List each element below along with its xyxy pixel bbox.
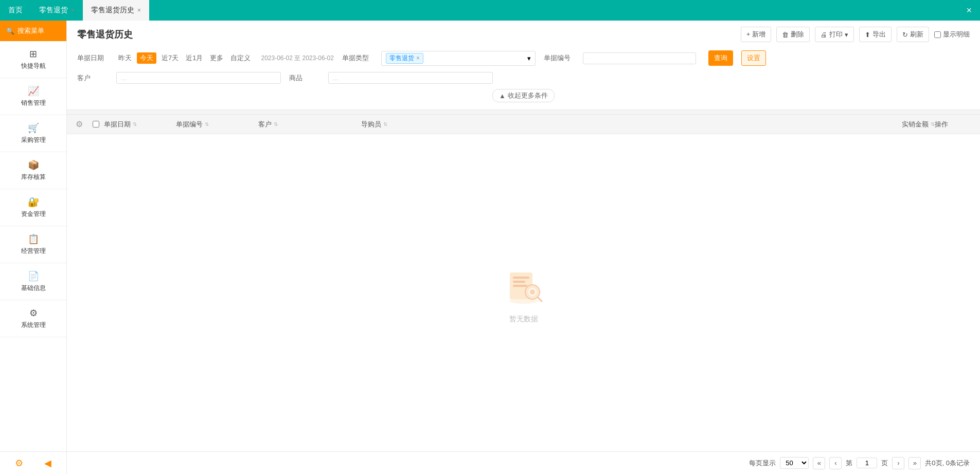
page-size-label: 每页显示 xyxy=(749,459,776,468)
pagination: 每页显示 20 50 100 « ‹ 第 页 › » 共0页, 0条记录 xyxy=(67,451,980,474)
sidebar-item-shortcuts-label: 快捷导航 xyxy=(21,62,46,70)
page-next-button[interactable]: › xyxy=(892,457,904,469)
client-filter-select[interactable]: ... xyxy=(116,72,281,84)
date-options: 昨天 今天 近7天 近1月 更多 自定义 xyxy=(116,52,253,64)
goods-placeholder: ... xyxy=(333,74,338,82)
date-opt-custom[interactable]: 自定义 xyxy=(228,52,253,64)
num-filter-input[interactable] xyxy=(583,52,696,64)
page-prev-button[interactable]: ‹ xyxy=(829,457,842,469)
sidebar-item-shortcuts[interactable]: ⊞ 快捷导航 xyxy=(0,41,66,78)
empty-state: 暂无数据 xyxy=(67,134,980,451)
table-header: ⚙ 单据日期 ⇅ 单据编号 ⇅ 客户 ⇅ 导购员 ⇅ xyxy=(67,115,980,134)
tab-retail-return-history-label: 零售退货历史 xyxy=(91,6,134,15)
date-filter-label: 单据日期 xyxy=(77,53,108,63)
export-button[interactable]: ⬆ 导出 xyxy=(859,27,892,42)
sales-icon: 📈 xyxy=(28,85,39,97)
purchase-icon: 🛒 xyxy=(28,122,39,134)
collapse-sidebar-icon[interactable]: ◀ xyxy=(44,458,51,469)
type-filter-dropdown-icon: ▾ xyxy=(527,54,531,62)
col-client[interactable]: 客户 ⇅ xyxy=(258,120,361,129)
col-amount[interactable]: 实销金额 ⇅ xyxy=(873,120,935,129)
sidebar-search[interactable]: 🔍 搜索菜单 xyxy=(0,21,66,41)
table-select-all[interactable] xyxy=(87,121,104,127)
sidebar-item-basic-info[interactable]: 📄 基础信息 xyxy=(0,263,66,300)
type-filter-label: 单据类型 xyxy=(342,53,373,63)
page-unit: 页 xyxy=(881,459,888,468)
empty-text: 暂无数据 xyxy=(509,315,538,324)
sidebar-item-system-label: 系统管理 xyxy=(21,321,46,330)
sidebar-item-operations-label: 经营管理 xyxy=(21,247,46,256)
select-all-checkbox[interactable] xyxy=(93,121,99,127)
collapse-button[interactable]: ▲ 收起更多条件 xyxy=(492,89,555,102)
tab-bar: 首页 零售退货 × 零售退货历史 × xyxy=(0,0,958,21)
col-amount-label: 实销金额 xyxy=(902,120,929,129)
window-close-button[interactable]: × xyxy=(958,5,980,16)
col-amount-sort: ⇅ xyxy=(931,121,935,127)
page-input[interactable] xyxy=(857,458,877,468)
sidebar-item-operations[interactable]: 📋 经营管理 xyxy=(0,226,66,263)
type-filter-select[interactable]: 零售退货 × ▾ xyxy=(381,51,536,66)
date-opt-yesterday[interactable]: 昨天 xyxy=(116,52,134,64)
svg-rect-2 xyxy=(513,277,529,279)
query-button-label: 查询 xyxy=(714,53,727,63)
tab-retail-return-close[interactable]: × xyxy=(71,7,75,14)
main-layout: 🔍 搜索菜单 ⊞ 快捷导航 📈 销售管理 🛒 采购管理 📦 库存核算 🔐 xyxy=(0,21,980,474)
query-button[interactable]: 查询 xyxy=(708,50,733,66)
sidebar-item-inventory[interactable]: 📦 库存核算 xyxy=(0,152,66,189)
display-detail-checkbox-label[interactable]: 显示明细 xyxy=(934,30,970,39)
delete-icon: 🗑 xyxy=(782,31,789,39)
svg-rect-4 xyxy=(513,285,527,287)
finance-icon: 🔐 xyxy=(28,196,39,208)
sidebar-item-basic-info-label: 基础信息 xyxy=(21,284,46,293)
display-detail-checkbox[interactable] xyxy=(934,31,941,38)
tab-retail-return-history-close[interactable]: × xyxy=(137,7,141,14)
date-opt-1month[interactable]: 近1月 xyxy=(184,52,205,64)
table-settings-icon[interactable]: ⚙ xyxy=(71,119,87,129)
col-date[interactable]: 单据日期 ⇅ xyxy=(104,120,176,129)
page-size-select[interactable]: 20 50 100 xyxy=(780,457,809,469)
num-filter-label: 单据编号 xyxy=(544,53,575,63)
sidebar-item-sales-label: 销售管理 xyxy=(21,99,46,107)
tab-retail-return-label: 零售退货 xyxy=(39,6,68,15)
col-num[interactable]: 单据编号 ⇅ xyxy=(176,120,258,129)
new-button[interactable]: + 新增 xyxy=(741,27,771,42)
goods-filter-select[interactable]: ... xyxy=(328,72,493,84)
print-button[interactable]: 🖨 打印 ▾ xyxy=(815,27,854,42)
col-num-sort: ⇅ xyxy=(205,121,209,127)
sidebar-item-sales[interactable]: 📈 销售管理 xyxy=(0,78,66,115)
date-opt-7days[interactable]: 近7天 xyxy=(159,52,181,64)
page-title-row: 零售退货历史 + 新增 🗑 删除 🖨 打印 ▾ ⬆ xyxy=(77,27,970,42)
tab-home-label: 首页 xyxy=(8,6,23,15)
search-icon: 🔍 xyxy=(6,27,14,35)
col-date-label: 单据日期 xyxy=(104,120,131,129)
date-opt-more[interactable]: 更多 xyxy=(208,52,225,64)
type-filter-tag-close[interactable]: × xyxy=(416,54,420,62)
col-guide[interactable]: 导购员 ⇅ xyxy=(361,120,438,129)
sidebar-item-system[interactable]: ⚙ 系统管理 xyxy=(0,300,66,337)
refresh-button[interactable]: ↻ 刷新 xyxy=(897,27,929,42)
tab-retail-return[interactable]: 零售退货 × xyxy=(31,0,83,21)
settings-bottom-icon[interactable]: ⚙ xyxy=(15,458,23,469)
page-summary: 共0页, 0条记录 xyxy=(925,459,970,468)
collapse-row: ▲ 收起更多条件 xyxy=(77,87,970,104)
print-dropdown-icon: ▾ xyxy=(845,31,848,39)
topbar: 首页 零售退货 × 零售退货历史 × × xyxy=(0,0,980,21)
sidebar-item-finance-label: 资金管理 xyxy=(21,210,46,218)
col-client-label: 客户 xyxy=(258,120,272,129)
inventory-icon: 📦 xyxy=(28,159,39,171)
tab-retail-return-history[interactable]: 零售退货历史 × xyxy=(83,0,149,21)
page-label: 第 xyxy=(846,459,852,468)
sidebar-item-finance[interactable]: 🔐 资金管理 xyxy=(0,189,66,226)
page-first-button[interactable]: « xyxy=(813,457,825,469)
system-icon: ⚙ xyxy=(28,307,39,319)
page-last-button[interactable]: » xyxy=(908,457,921,469)
filter-area: 单据日期 昨天 今天 近7天 近1月 更多 自定义 2023-06-02 至 2… xyxy=(77,47,970,110)
settings-button[interactable]: 设置 xyxy=(741,50,766,66)
print-icon: 🖨 xyxy=(821,31,827,39)
delete-button[interactable]: 🗑 删除 xyxy=(776,27,810,42)
toolbar: + 新增 🗑 删除 🖨 打印 ▾ ⬆ 导出 xyxy=(741,27,970,42)
date-opt-today[interactable]: 今天 xyxy=(137,52,156,64)
sidebar: 🔍 搜索菜单 ⊞ 快捷导航 📈 销售管理 🛒 采购管理 📦 库存核算 🔐 xyxy=(0,21,67,474)
sidebar-item-purchase[interactable]: 🛒 采购管理 xyxy=(0,115,66,152)
tab-home[interactable]: 首页 xyxy=(0,0,31,21)
